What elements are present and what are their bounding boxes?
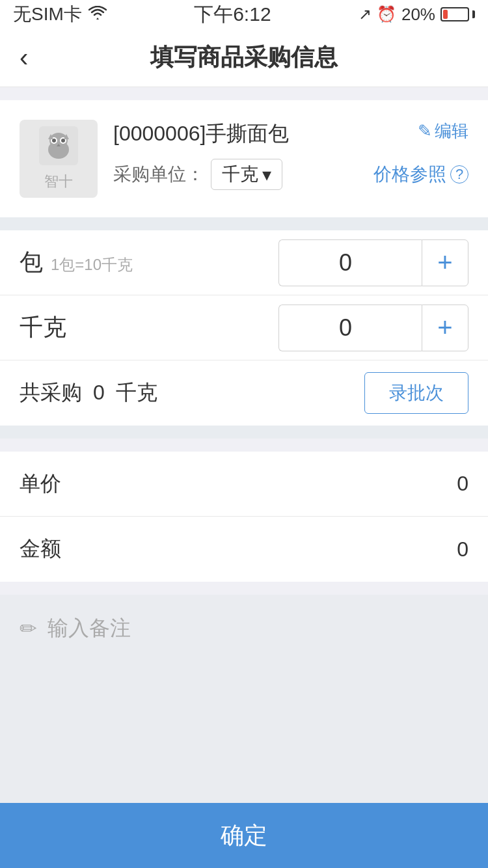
amount-label: 金额 bbox=[20, 535, 61, 563]
bag-label: 包 1包=10千克 bbox=[20, 247, 150, 278]
bag-plus-button[interactable]: + bbox=[422, 239, 468, 286]
product-name: [0000006]手撕面包 bbox=[113, 120, 468, 148]
purchase-unit: 采购单位： 千克 ▾ bbox=[113, 159, 282, 190]
kg-input-control: + bbox=[150, 305, 468, 351]
brand-icon bbox=[39, 126, 78, 169]
carrier-text: 无SIM卡 bbox=[13, 2, 82, 27]
summary-row: 共采购 0 千克 录批次 bbox=[0, 360, 488, 426]
status-left: 无SIM卡 bbox=[13, 2, 107, 27]
bag-label-sub: 1包=10千克 bbox=[51, 254, 133, 275]
status-time: 下午6:12 bbox=[194, 1, 271, 28]
location-icon: ↗ bbox=[359, 5, 372, 23]
status-bar: 无SIM卡 下午6:12 ↗ ⏰ 20% bbox=[0, 0, 488, 29]
summary-label: 共采购 bbox=[20, 381, 82, 404]
summary-amount: 0 bbox=[93, 381, 105, 404]
section-divider-1 bbox=[0, 217, 488, 230]
amount-row: 金额 0 bbox=[0, 517, 488, 582]
battery-icon bbox=[441, 7, 475, 21]
price-ref-label: 价格参照 bbox=[373, 162, 446, 187]
price-section: 单价 0 金额 0 bbox=[0, 452, 488, 582]
input-section: 包 1包=10千克 + 千克 + 共采购 0 千克 bbox=[0, 230, 488, 426]
confirm-button[interactable]: 确定 bbox=[0, 803, 488, 868]
batch-button[interactable]: 录批次 bbox=[364, 372, 468, 414]
unit-price-row: 单价 0 bbox=[0, 452, 488, 517]
section-divider-2 bbox=[0, 426, 488, 439]
back-button[interactable]: ‹ bbox=[20, 43, 28, 72]
edit-icon: ✎ bbox=[418, 121, 432, 141]
kg-label: 千克 bbox=[20, 312, 150, 344]
kg-plus-button[interactable]: + bbox=[422, 305, 468, 351]
summary-text: 共采购 0 千克 bbox=[20, 379, 157, 407]
brand-text: 智十 bbox=[44, 172, 73, 191]
kg-label-main: 千克 bbox=[20, 312, 66, 344]
wifi-icon bbox=[88, 4, 107, 25]
nav-bar: ‹ 填写商品采购信息 bbox=[0, 29, 488, 87]
edit-label: 编辑 bbox=[435, 120, 468, 142]
product-info: [0000006]手撕面包 采购单位： 千克 ▾ 价格参照 ? bbox=[113, 120, 468, 190]
unit-price-value: 0 bbox=[457, 472, 468, 496]
unit-select[interactable]: 千克 ▾ bbox=[211, 159, 282, 190]
product-image: 智十 bbox=[20, 120, 98, 198]
alarm-icon: ⏰ bbox=[377, 5, 396, 23]
summary-unit: 千克 bbox=[116, 381, 157, 404]
dropdown-icon: ▾ bbox=[262, 164, 271, 185]
bag-label-main: 包 bbox=[20, 247, 43, 278]
notes-placeholder: 输入备注 bbox=[47, 614, 131, 643]
price-ref-icon: ? bbox=[450, 165, 468, 183]
page-title: 填写商品采购信息 bbox=[150, 42, 338, 74]
battery-percent: 20% bbox=[401, 5, 435, 25]
edit-button[interactable]: ✎ 编辑 bbox=[418, 120, 468, 142]
unit-value: 千克 bbox=[222, 162, 258, 187]
purchase-unit-label: 采购单位： bbox=[113, 162, 204, 187]
bag-number-input[interactable] bbox=[278, 239, 422, 286]
amount-value: 0 bbox=[457, 537, 468, 562]
notes-icon: ✏ bbox=[20, 616, 37, 641]
unit-price-label: 单价 bbox=[20, 470, 61, 498]
product-card: 智十 [0000006]手撕面包 采购单位： 千克 ▾ 价格参照 ? bbox=[0, 100, 488, 217]
product-meta: 采购单位： 千克 ▾ 价格参照 ? bbox=[113, 159, 468, 190]
kg-number-input[interactable] bbox=[278, 305, 422, 351]
kg-input-row: 千克 + bbox=[0, 295, 488, 360]
bag-input-row: 包 1包=10千克 + bbox=[0, 230, 488, 295]
status-right: ↗ ⏰ 20% bbox=[359, 5, 475, 25]
notes-section[interactable]: ✏ 输入备注 bbox=[0, 595, 488, 662]
price-ref-button[interactable]: 价格参照 ? bbox=[373, 162, 468, 187]
bag-input-control: + bbox=[150, 239, 468, 286]
